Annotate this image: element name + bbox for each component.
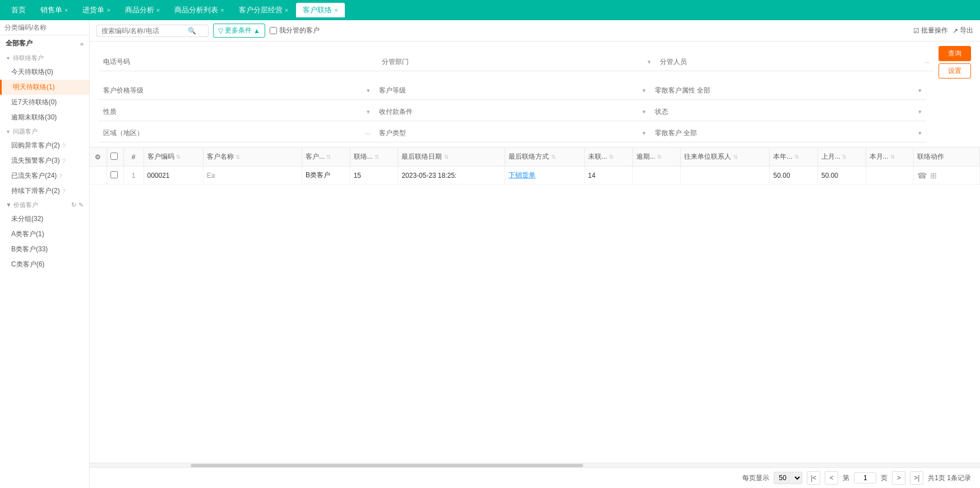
per-page-label: 每页显示 <box>742 473 769 483</box>
qr-icon[interactable]: ⊞ <box>930 171 937 180</box>
col-this-month[interactable]: 本月... ⇅ <box>866 148 914 167</box>
filter-customer-type: 客户类型 ▾ <box>375 125 650 142</box>
customer-type-input[interactable] <box>422 130 639 137</box>
dept-input[interactable] <box>424 58 645 66</box>
col-customer-name[interactable]: 客户名称 ⇅ <box>203 148 302 167</box>
sidebar-item-today-contact[interactable]: 今天待联络(0) <box>0 65 89 80</box>
chevron-down-icon[interactable]: ▾ <box>918 130 922 137</box>
chevron-down-icon[interactable]: ▾ <box>918 87 922 94</box>
export-icon: ↗ <box>953 27 958 35</box>
person-input[interactable] <box>702 58 921 66</box>
select-all-checkbox[interactable] <box>110 153 118 160</box>
col-customer-type[interactable]: 客户... ⇅ <box>302 148 350 167</box>
scrollbar-thumb[interactable] <box>191 464 583 467</box>
nav-customer-tier[interactable]: 客户分层经营 × <box>232 3 295 17</box>
col-gear[interactable]: ⚙ <box>90 148 107 167</box>
col-this-year[interactable]: 本年... ⇅ <box>770 148 818 167</box>
chevron-down-icon[interactable]: ▾ <box>642 108 646 116</box>
col-no-contact[interactable]: 未联... ⇅ <box>584 148 632 167</box>
phone-label: 电话号码 <box>103 57 142 67</box>
col-last-contact-method[interactable]: 最后联络方式 ⇅ <box>505 148 585 167</box>
edit-icon[interactable]: ✎ <box>78 201 84 209</box>
nav-product-analysis[interactable]: 商品分析 × <box>118 3 167 17</box>
sidebar-item-declining[interactable]: 持续下滑客户(2) ? <box>0 183 89 199</box>
chevron-down-icon[interactable]: ▾ <box>648 58 651 66</box>
sort-icon: ⇅ <box>794 154 799 160</box>
price-level-label: 客户价格等级 <box>103 86 144 95</box>
sidebar-item-7days-contact[interactable]: 近7天待联络(0) <box>0 95 89 110</box>
close-icon[interactable]: × <box>156 7 160 13</box>
per-page-select[interactable]: 50 100 200 <box>774 472 802 484</box>
sort-icon: ⇅ <box>326 154 331 160</box>
last-page-button[interactable]: >| <box>910 471 923 485</box>
chevron-down-icon[interactable]: ▾ <box>918 108 922 116</box>
sidebar-item-repurchase-anomaly[interactable]: 回购异常客户(2) ? <box>0 138 89 153</box>
more-icon[interactable]: ··· <box>365 130 370 137</box>
sidebar-item-ungrouped[interactable]: 未分组(32) <box>0 211 89 227</box>
chevron-down-icon[interactable]: ▾ <box>642 87 646 94</box>
sort-icon: ⇅ <box>235 154 240 160</box>
col-contact-count[interactable]: 联络... ⇅ <box>350 148 398 167</box>
col-last-contact-date[interactable]: 最后联络日期 ⇅ <box>398 148 505 167</box>
page-label: 第 <box>843 473 849 483</box>
my-customers-checkbox[interactable] <box>270 27 277 34</box>
region-input[interactable] <box>147 130 362 137</box>
sidebar-item-overdue-contact[interactable]: 逾期未联络(30) <box>0 110 89 125</box>
nav-home[interactable]: 首页 <box>4 3 33 17</box>
my-customers-checkbox-area[interactable]: 我分管的客户 <box>270 26 320 35</box>
sidebar-item-class-a[interactable]: A类客户(1) <box>0 227 89 242</box>
nav-customer-contact[interactable]: 客户联络 × <box>296 3 344 17</box>
status-input[interactable] <box>697 108 915 116</box>
nav-product-analysis-list[interactable]: 商品分析列表 × <box>168 3 230 17</box>
chevron-down-icon[interactable]: ▾ <box>642 130 646 137</box>
close-icon[interactable]: × <box>107 7 110 13</box>
close-icon[interactable]: × <box>220 7 224 13</box>
sidebar-all-customers[interactable]: 全部客户 « <box>0 35 89 52</box>
col-customer-code[interactable]: 客户编码 ⇅ <box>144 148 203 167</box>
first-page-button[interactable]: |< <box>807 471 820 485</box>
col-overdue[interactable]: 逾期... ⇅ <box>632 148 681 167</box>
contact-icon[interactable]: ☎ <box>917 171 927 180</box>
phone-input[interactable] <box>146 58 373 66</box>
search-icon[interactable]: 🔍 <box>188 27 196 35</box>
prev-page-button[interactable]: < <box>825 471 838 485</box>
sidebar-item-tomorrow-contact[interactable]: 明天待联络(1) <box>0 80 89 95</box>
sidebar-item-churned[interactable]: 已流失客户(24) ? <box>0 168 89 183</box>
row-last-contact-method[interactable]: 下销货单 <box>505 167 585 185</box>
close-icon[interactable]: × <box>334 7 338 13</box>
more-filter-button[interactable]: ▽ 更多条件 ▲ <box>213 24 265 38</box>
nature-input[interactable] <box>146 108 363 116</box>
sidebar-item-churn-warning[interactable]: 流失预警客户(3) ? <box>0 153 89 168</box>
col-unit-contact[interactable]: 往来单位联系人 ⇅ <box>681 148 770 167</box>
row-select-checkbox[interactable] <box>110 171 118 178</box>
sidebar-item-class-c[interactable]: C类客户(6) <box>0 257 89 272</box>
batch-op-button[interactable]: ☑ 批量操作 <box>913 26 948 35</box>
filter-dept: 分管部门 ▾ <box>377 53 656 71</box>
close-icon[interactable]: × <box>285 7 288 13</box>
sidebar-item-class-b[interactable]: B类客户(33) <box>0 242 89 257</box>
filter-panel: 电话号码 分管部门 ▾ 分管人员 ··· 查询 设置 <box>90 42 980 148</box>
nav-purchase-order[interactable]: 进货单 × <box>76 3 117 17</box>
horizontal-scrollbar[interactable] <box>90 463 980 467</box>
nav-sales-order[interactable]: 销售单 × <box>34 3 75 17</box>
sidebar-search-input[interactable] <box>4 24 89 31</box>
query-button[interactable]: 查询 <box>939 46 971 61</box>
chevron-down-icon[interactable]: ▾ <box>367 87 370 94</box>
col-last-month[interactable]: 上月... ⇅ <box>818 148 866 167</box>
retail-attr-input[interactable] <box>714 87 915 95</box>
search-input[interactable] <box>101 27 186 35</box>
filter-region: 区域（地区） ··· <box>99 125 375 142</box>
close-icon[interactable]: × <box>64 7 68 13</box>
customer-level-input[interactable] <box>422 87 639 95</box>
more-icon[interactable]: ··· <box>924 59 930 66</box>
next-page-button[interactable]: > <box>892 471 905 485</box>
export-button[interactable]: ↗ 导出 <box>953 26 973 35</box>
search-box: 🔍 <box>96 25 209 37</box>
page-number-input[interactable] <box>854 472 876 484</box>
set-button[interactable]: 设置 <box>939 63 971 79</box>
price-level-input[interactable] <box>147 87 363 95</box>
refresh-icon[interactable]: ↻ <box>71 201 76 209</box>
retail-customer-input[interactable] <box>700 130 915 137</box>
payment-terms-input[interactable] <box>422 108 639 116</box>
chevron-down-icon[interactable]: ▾ <box>367 108 370 116</box>
